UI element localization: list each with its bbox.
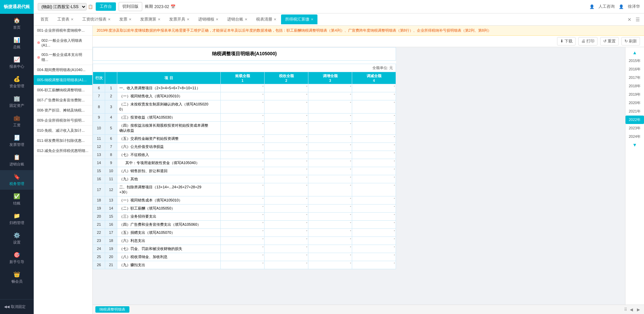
download-button[interactable]: ⬇ 下载	[557, 37, 576, 45]
sidebar-item-assets[interactable]: 🏢 固定资产	[0, 92, 34, 112]
sidebar-item-guide[interactable]: 🎯 新手引导	[0, 248, 34, 268]
sidebar-item-payroll[interactable]: 💼 工资	[0, 112, 34, 131]
value-v4[interactable]	[352, 100, 396, 113]
scroll-right-arrow[interactable]: ▶	[636, 307, 641, 313]
value-v2[interactable]	[265, 175, 308, 183]
tab-purchase-ledger[interactable]: 进销台账 ✕	[223, 14, 251, 24]
value-v4[interactable]	[352, 228, 396, 237]
value-v2[interactable]	[265, 212, 308, 220]
value-v2[interactable]	[265, 100, 308, 113]
value-v1[interactable]	[221, 159, 265, 167]
value-v1[interactable]	[221, 204, 265, 212]
unpin-button[interactable]: ◀◀ 取消固定	[1, 302, 32, 311]
scroll-left-arrow[interactable]: ◀	[628, 307, 634, 313]
value-v4[interactable]	[352, 183, 396, 196]
company-selector[interactable]: (物副) 江西股宝-LSS 📋	[38, 3, 93, 10]
calendar-icon[interactable]: 📅	[171, 4, 176, 9]
tab-payroll[interactable]: 工资表 ✕	[53, 14, 78, 24]
sidebar-item-vip[interactable]: 👑 畅会员	[0, 268, 34, 287]
value-v2[interactable]	[265, 261, 308, 269]
left-panel-item-003[interactable]: ⊗ 003-一般企业成本支出明细...	[34, 50, 92, 65]
value-v1[interactable]	[221, 100, 265, 113]
left-panel-item-007[interactable]: 007-广告费和业务宣传费附...	[34, 95, 92, 105]
value-v3[interactable]	[308, 245, 352, 253]
user-service-label[interactable]: 人工咨询	[599, 4, 615, 9]
value-v1[interactable]	[221, 134, 265, 143]
value-v3[interactable]	[308, 151, 352, 159]
value-v1[interactable]	[221, 92, 265, 100]
tab-close-purchase-ledger[interactable]: ✕	[245, 18, 247, 21]
tab-home[interactable]: 首页	[36, 14, 53, 24]
refresh-button[interactable]: ↻ 刷新	[621, 37, 640, 45]
tab-invoice-issue[interactable]: 发票开具 ✕	[165, 14, 193, 24]
value-v4[interactable]	[352, 237, 396, 245]
tab-close-audit[interactable]: ✕	[216, 18, 218, 21]
year-2015[interactable]: 2015年	[625, 57, 644, 65]
value-v2[interactable]	[265, 134, 308, 143]
left-panel-item-006[interactable]: 006-职工薪酬纳税调整明细...	[34, 85, 92, 95]
value-v1[interactable]	[221, 261, 265, 269]
tab-payroll-report[interactable]: 工资统计报表 ✕	[78, 14, 115, 24]
value-v3[interactable]	[308, 204, 352, 212]
value-v3[interactable]	[308, 175, 352, 183]
sidebar-item-ledger[interactable]: 📋 进销台账	[0, 151, 34, 170]
value-v3[interactable]	[308, 183, 352, 196]
value-v1[interactable]	[221, 113, 265, 121]
year-down-arrow[interactable]: ▼	[631, 141, 639, 149]
reset-button[interactable]: ↺ 重置	[600, 37, 619, 45]
value-v2[interactable]	[265, 228, 308, 237]
company-dropdown[interactable]: (物副) 江西股宝-LSS	[38, 3, 87, 10]
year-2023[interactable]: 2023年	[625, 124, 644, 132]
value-v2[interactable]	[265, 220, 308, 228]
value-v3[interactable]	[308, 134, 352, 143]
tab-tax-clear[interactable]: 税表清册 ✕	[252, 14, 280, 24]
value-v4[interactable]	[352, 220, 396, 228]
value-v4[interactable]	[352, 134, 396, 143]
sidebar-item-finance[interactable]: 💰 资金管理	[0, 72, 34, 92]
value-v2[interactable]	[265, 253, 308, 261]
value-v3[interactable]	[308, 113, 352, 121]
left-panel-item-010[interactable]: 010-免税、减计收入及加计...	[34, 126, 92, 136]
value-v4[interactable]	[352, 253, 396, 261]
value-v4[interactable]	[352, 204, 396, 212]
tab-close-invoice-issue[interactable]: ✕	[187, 18, 189, 21]
value-v4[interactable]	[352, 143, 396, 151]
value-v3[interactable]	[308, 100, 352, 113]
value-v1[interactable]	[221, 183, 265, 196]
value-v1[interactable]	[221, 220, 265, 228]
tab-audit[interactable]: 进销稽核 ✕	[194, 14, 222, 24]
value-v3[interactable]	[308, 237, 352, 245]
value-v1[interactable]	[221, 237, 265, 245]
left-panel-item-009[interactable]: 009-企业所得税弥补亏损明...	[34, 116, 92, 126]
value-v4[interactable]	[352, 121, 396, 134]
nav-settings-icon[interactable]: ☰	[634, 15, 641, 24]
value-v1[interactable]	[221, 175, 265, 183]
year-2021[interactable]: 2021年	[625, 107, 644, 116]
value-v2[interactable]	[265, 167, 308, 175]
workbench-button[interactable]: 工作台	[96, 2, 116, 11]
value-v2[interactable]	[265, 92, 308, 100]
value-v4[interactable]	[352, 167, 396, 175]
value-v3[interactable]	[308, 253, 352, 261]
value-v3[interactable]	[308, 84, 352, 92]
value-v4[interactable]	[352, 113, 396, 121]
year-2019[interactable]: 2019年	[625, 90, 644, 99]
value-v2[interactable]	[265, 113, 308, 121]
value-v2[interactable]	[265, 196, 308, 204]
sidebar-item-home[interactable]: 🏠 首页	[0, 14, 34, 33]
value-v2[interactable]	[265, 237, 308, 245]
tab-close-payroll[interactable]: ✕	[71, 18, 73, 21]
left-panel-item-001[interactable]: 001-企业所得税年度纳税申...	[34, 26, 92, 36]
value-v4[interactable]	[352, 151, 396, 159]
value-v1[interactable]	[221, 228, 265, 237]
value-v4[interactable]	[352, 245, 396, 253]
sidebar-item-reports[interactable]: 📈 报表中心	[0, 53, 34, 72]
value-v4[interactable]	[352, 175, 396, 183]
value-v3[interactable]	[308, 143, 352, 151]
year-up-arrow[interactable]: ▲	[631, 49, 639, 57]
value-v2[interactable]	[265, 183, 308, 196]
value-v3[interactable]	[308, 92, 352, 100]
value-v3[interactable]	[308, 167, 352, 175]
value-v4[interactable]	[352, 84, 396, 92]
value-v4[interactable]	[352, 212, 396, 220]
